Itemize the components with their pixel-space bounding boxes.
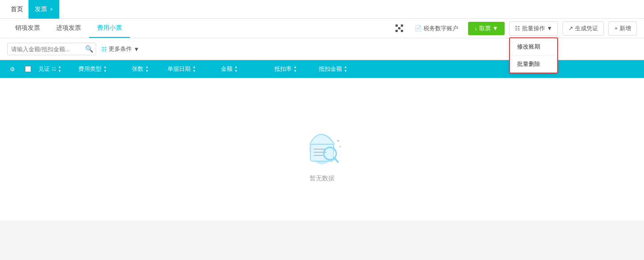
th-deduct-amount[interactable]: 抵扣金额 ▲ ▼: [315, 65, 369, 73]
th-date[interactable]: 单据日期 ▲ ▼: [164, 65, 217, 73]
th-rate[interactable]: 抵扣率 ▲ ▼: [271, 65, 315, 73]
add-icon: +: [614, 25, 618, 32]
dropdown-arrow-icon: ▼: [493, 25, 498, 32]
th-expense-sort[interactable]: ▲ ▼: [103, 65, 107, 73]
th-voucher[interactable]: 兑证 ☷ ▲ ▼: [35, 65, 75, 73]
action-bar: 📄 税务数字账户 ↓ 取票 ▼ ☷ 批量操作 ▼ 修改账期 批量删除: [394, 21, 637, 36]
th-voucher-sort[interactable]: ▲ ▼: [58, 65, 61, 73]
tab-input-invoice[interactable]: 进项发票: [48, 19, 89, 38]
tab-sales-invoice[interactable]: 销项发票: [7, 19, 48, 38]
search-input[interactable]: [11, 46, 82, 53]
settings-icon: ⚙: [10, 66, 15, 73]
th-voucher-filter-icon: ☷: [52, 66, 56, 72]
th-settings[interactable]: ⚙: [4, 66, 21, 73]
tax-account-button[interactable]: 📄 税务数字账户: [409, 22, 464, 35]
empty-svg-icon: ✦ ✦: [300, 125, 344, 169]
svg-text:✦: ✦: [336, 138, 340, 143]
th-count[interactable]: 张数 ▲ ▼: [128, 65, 164, 73]
th-expense-type[interactable]: 费用类型 ▲ ▼: [75, 65, 128, 73]
sub-tabs: 销项发票 进项发票 费用小票: [7, 19, 130, 38]
batch-icon: ☷: [515, 25, 520, 32]
th-amount[interactable]: 金额 ▲ ▼: [217, 65, 271, 73]
empty-illustration: ✦ ✦: [300, 125, 344, 169]
select-all-checkbox[interactable]: [25, 66, 31, 72]
tab-expense-receipt[interactable]: 费用小票: [89, 19, 130, 38]
empty-state: ✦ ✦ 暂无数据: [0, 78, 644, 220]
more-conditions-button[interactable]: ☷ 更多条件 ▼: [102, 45, 139, 53]
search-icon[interactable]: 🔍: [85, 45, 94, 53]
invoice-tab[interactable]: 发票 ×: [29, 0, 59, 19]
tax-account-icon: 📄: [415, 25, 422, 32]
home-tab[interactable]: 首页: [7, 5, 27, 13]
qr-button[interactable]: [394, 23, 405, 34]
th-amount-sort[interactable]: ▲ ▼: [234, 65, 238, 73]
top-nav: 首页 发票 ×: [0, 0, 644, 19]
more-chevron-icon: ▼: [134, 46, 139, 53]
batch-dropdown-arrow: ▼: [547, 25, 553, 32]
th-checkbox[interactable]: [21, 66, 35, 72]
th-rate-sort[interactable]: ▲ ▼: [293, 65, 297, 73]
svg-point-6: [326, 149, 334, 158]
batch-ops-dropdown: 修改账期 批量删除: [509, 37, 558, 73]
batch-delete-item[interactable]: 批量删除: [510, 55, 557, 73]
svg-line-7: [334, 158, 338, 162]
qr-icon: [395, 24, 403, 32]
svg-text:✦: ✦: [339, 145, 342, 148]
ticket-icon: ↓: [474, 25, 477, 32]
th-count-sort[interactable]: ▲ ▼: [145, 65, 149, 73]
modify-period-item[interactable]: 修改账期: [510, 38, 557, 55]
empty-text: 暂无数据: [310, 175, 334, 183]
sub-tab-bar: 销项发票 进项发票 费用小票 📄 税务数字账户 ↓ 取票 ▼: [0, 19, 644, 38]
batch-ops-wrapper: ☷ 批量操作 ▼ 修改账期 批量删除: [509, 21, 558, 36]
batch-ops-button[interactable]: ☷ 批量操作 ▼: [509, 21, 558, 36]
get-ticket-button[interactable]: ↓ 取票 ▼: [468, 22, 504, 35]
th-deduct-sort[interactable]: ▲ ▼: [344, 65, 347, 73]
add-button[interactable]: + 新增: [608, 21, 637, 36]
search-box[interactable]: 🔍: [7, 43, 96, 55]
filter-icon: ☷: [102, 46, 107, 53]
invoice-tab-label: 发票: [35, 5, 47, 13]
close-icon[interactable]: ×: [50, 6, 53, 12]
gen-voucher-button[interactable]: ↗ 生成凭证: [562, 21, 604, 36]
th-date-sort[interactable]: ▲ ▼: [192, 65, 196, 73]
voucher-icon: ↗: [568, 25, 573, 32]
